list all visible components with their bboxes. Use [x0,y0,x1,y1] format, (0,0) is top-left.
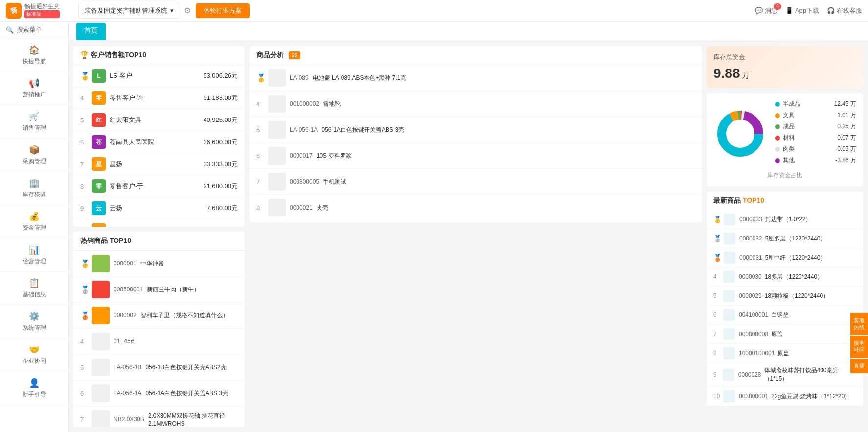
product-code: LA-056-1A [290,126,318,133]
product-analysis-header: 商品分析 22 [250,46,702,65]
sidebar-item-collab[interactable]: 🤝 企业协同 [0,338,68,372]
sidebar-item-sales[interactable]: 🛒 销售管理 [0,105,68,139]
rank-customer-name: 星扬 [110,160,203,168]
latest-top10-label: TOP10 [743,196,764,204]
float-btn-community[interactable]: 服务社区 [850,336,868,358]
product-code: 0000021 [290,204,313,211]
rank-avatar: 苍 [92,135,106,149]
message-button[interactable]: 💬 消息 6 [755,6,777,15]
latest-code: 0000028 [738,371,761,378]
customer-rank-item: 10 尚 尚态 7,563.00元 [73,219,245,227]
float-btn-hotline[interactable]: 客服热线 [850,313,868,335]
product-code: 000800005 [290,178,319,185]
rank-customer-name: 零售客户-许 [110,94,203,102]
phone-icon: 📱 [785,7,793,14]
sidebar-label-inventory: 库存核算 [23,191,46,199]
rank-number: 4 [80,95,92,102]
product-analysis-panel: 商品分析 22 🥇 LA-089 电池盖 LA-089 ABS本色+黑种 7.1… [250,46,702,222]
product-thumbnail [92,255,110,272]
sidebar-item-quicknav[interactable]: 🏠 快捷导航 [0,39,68,72]
latest-product-item: 10 003800001 22g鱼豆腐·烧烤味（1*12*20） [707,387,863,406]
product-name: 智利车子里（规格不知道填什么） [140,312,238,320]
latest-name: 22g鱼豆腐·烧烤味（1*12*20） [771,392,850,401]
sidebar-item-system[interactable]: ⚙️ 系统管理 [0,305,68,338]
search-menu-item[interactable]: 🔍 搜索菜单 [0,22,68,39]
latest-thumbnail [723,328,735,340]
latest-thumbnail [723,369,734,381]
megaphone-icon: 📢 [29,78,40,89]
sidebar-label-sales: 销售管理 [23,124,46,132]
rank-number: 10 [80,227,92,227]
rank-amount: 7,680.00元 [206,204,238,213]
app-download-button[interactable]: 📱 App下载 [785,6,819,15]
headset-icon: 🎧 [827,7,835,14]
tab-home[interactable]: 首页 [76,23,106,40]
product-analysis-scroll: 🥇 LA-089 电池盖 LA-089 ABS本色+黑种 7.1克 4 0010… [250,65,702,220]
page-content: 🏆 客户销售额TOP10 🥇 L LS 客户 53,006.26元 4 零 零售… [69,41,868,432]
legend-value-2: 1.01 万 [837,111,856,120]
latest-name: 封边带（1.0*22） [765,216,812,224]
product-code: 0000002 [114,312,137,319]
rank-avatar: L [92,69,106,83]
product-code: 001000002 [290,100,319,107]
sidebar: 🔍 搜索菜单 🏠 快捷导航 📢 营销推广 🛒 销售管理 📦 采购管理 🏢 库存核… [0,22,69,432]
main-layout: 🔍 搜索菜单 🏠 快捷导航 📢 营销推广 🛒 销售管理 📦 采购管理 🏢 库存核… [0,22,868,432]
chart-area: 半成品 12.45 万 文具 1.01 万 [713,100,856,168]
analysis-product-item: 🥇 LA-089 电池盖 LA-089 ABS本色+黑种 7.1克 [250,65,702,91]
rank-customer-name: 红太阳文具 [110,116,203,124]
rank-customer-name: 云扬 [110,204,206,213]
sidebar-item-operations[interactable]: 📊 经营管理 [0,239,68,272]
legend-value-1: 12.45 万 [834,100,856,108]
medal-icon: 🥇 [256,73,266,83]
hot-product-item: 4 01 45# [73,329,245,355]
legend-dot-1 [775,102,780,107]
rank-number: 8 [256,204,268,212]
rank-number: 7 [80,416,92,423]
hot-products-panel: 热销商品 TOP10 🥇 0000001 中华神器 🥈 000500001 新西… [73,232,245,427]
legend-item-5: 肉类 -0.05 万 [775,145,856,153]
product-thumbnail [92,333,110,350]
chart-subtitle: 库存资金占比 [713,171,856,180]
latest-thumbnail [723,390,735,402]
latest-thumbnail [723,290,735,302]
latest-thumbnail [724,252,735,264]
medal-icon: 🥇 [80,72,90,81]
sidebar-item-guide[interactable]: 👤 新手引导 [0,372,68,405]
product-code: NB2.0X30B [114,416,144,423]
system-selector[interactable]: 装备及固定资产辅助管理系统 ▾ [78,3,180,19]
columns-container: 🏆 客户销售额TOP10 🥇 L LS 客户 53,006.26元 4 零 零售… [69,41,868,432]
sidebar-item-marketing[interactable]: 📢 营销推广 [0,72,68,105]
latest-name: 原盅 [777,349,789,358]
rank-number: 9 [80,205,92,212]
medal-icon: 🥈 [713,235,722,242]
rank-avatar: 尚 [92,223,106,227]
latest-product-item: 7 000800008 原盖 [707,325,863,344]
rank-number: 7 [256,178,268,186]
sidebar-label-collab: 企业协同 [23,357,46,365]
rank-amount: 53,006.26元 [203,72,238,80]
logo-text-line1: 畅捷通好生意 [24,3,60,11]
product-thumbnail [92,384,110,402]
analysis-product-item: 6 0000017 10S 变料罗浆 [250,143,702,169]
online-service-button[interactable]: 🎧 在线客服 [827,6,862,15]
customer-rank-list: 🥇 L LS 客户 53,006.26元 4 零 零售客户-许 51,183.0… [73,65,245,227]
trial-button[interactable]: 体验行业方案 [196,3,250,18]
latest-thumbnail [724,233,735,244]
sidebar-item-basics[interactable]: 📋 基础信息 [0,272,68,305]
rank-number: 5 [80,364,92,371]
rank-avatar: 云 [92,201,106,215]
legend-label-3: 成品 [783,122,837,131]
latest-code: 0000030 [739,273,762,280]
product-name: 夹壳 [317,204,695,212]
sidebar-item-purchase[interactable]: 📦 采购管理 [0,139,68,172]
inventory-amount-display: 9.88 万 [713,66,856,81]
inventory-amount: 9.88 [713,66,740,81]
legend-label-5: 肉类 [783,145,835,153]
customer-rank-item: 7 星 星扬 33,333.00元 [73,153,245,175]
latest-rank-number: 6 [713,312,723,318]
sidebar-item-finance[interactable]: 💰 资金管理 [0,205,68,239]
sidebar-item-inventory[interactable]: 🏢 库存核算 [0,172,68,205]
settings-icon[interactable]: ⚙ [184,6,191,15]
float-btn-live[interactable]: 直播 [850,359,868,373]
latest-product-item: 🥈 0000032 5厘多层（1220*2440） [707,229,863,248]
